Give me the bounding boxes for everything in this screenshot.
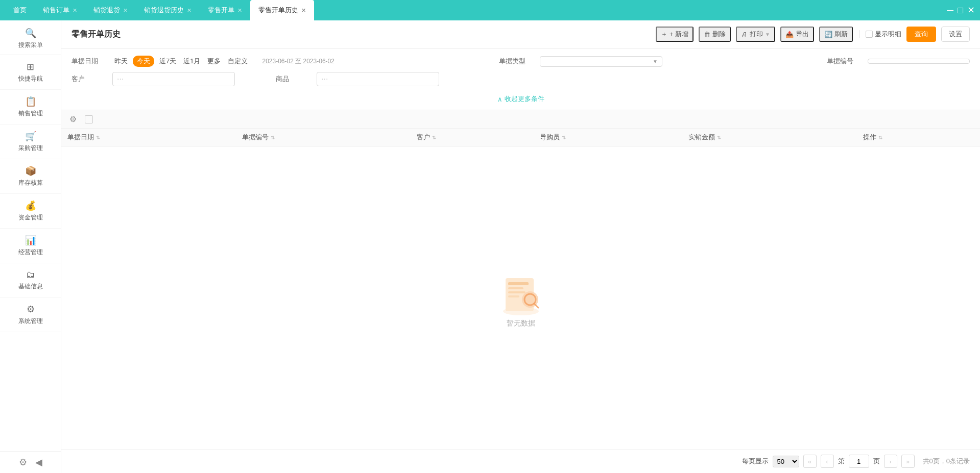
add-button[interactable]: ＋ + 新增 [656,27,694,42]
date-btn-近1月[interactable]: 近1月 [181,56,202,67]
table-head: 单据日期⇅单据编号⇅客户⇅导购员⇅实销金额⇅操作⇅ [61,129,980,146]
settings-icon[interactable]: ⚙ [19,457,27,468]
window-max-icon[interactable]: □ [958,5,963,16]
content-area: 零售开单历史 ＋ + 新增 🗑 删除 🖨 打印 ▼ 📤 导出 [61,20,980,473]
tab-close-sales-return-icon[interactable]: ✕ [123,7,128,14]
tab-close-retail-open-icon[interactable]: ✕ [237,7,242,14]
finance-label: 资金管理 [18,213,43,222]
last-page-button[interactable]: » [901,455,915,468]
page-label: 第 [838,457,845,466]
top-bar: 首页销售订单✕销货退货✕销货退货历史✕零售开单✕零售开单历史✕ ─ □ ✕ [0,0,980,20]
svg-rect-2 [508,282,529,285]
export-button[interactable]: 📤 导出 [780,27,814,42]
bill-no-input[interactable] [868,59,970,64]
sales-mgmt-icon: 📋 [25,96,36,107]
page-header: 零售开单历史 ＋ + 新增 🗑 删除 🖨 打印 ▼ 📤 导出 [61,20,980,48]
col-no[interactable]: 单据编号⇅ [236,129,411,146]
tab-list: 首页销售订单✕销货退货✕销货退货历史✕零售开单✕零售开单历史✕ [5,0,947,20]
sidebar-item-quick-nav[interactable]: ⊞ 快捷导航 [0,55,61,90]
total-info: 共0页，0条记录 [923,457,970,466]
show-detail-toggle[interactable]: 显示明细 [866,30,901,39]
sidebar-item-inventory[interactable]: 📦 库存核算 [0,159,61,194]
sidebar-item-finance[interactable]: 💰 资金管理 [0,194,61,229]
export-icon: 📤 [785,31,794,38]
refresh-button[interactable]: 🔄 刷新 [819,27,853,42]
date-btn-今天[interactable]: 今天 [133,56,154,67]
pagination: 每页显示 50 20 100 « ‹ 第 页 › » 共0页，0条记录 [61,449,980,473]
window-min-icon[interactable]: ─ [947,5,953,16]
col-action[interactable]: 操作⇅ [857,129,980,146]
sort-action-icon: ⇅ [878,135,882,140]
header-actions: ＋ + 新增 🗑 删除 🖨 打印 ▼ 📤 导出 🔄 [656,27,970,42]
sidebar-search-label: 搜索采单 [18,41,43,49]
delete-button[interactable]: 🗑 删除 [699,27,731,42]
bill-type-select[interactable]: ▼ [540,56,662,67]
purchase-mgmt-icon: 🛒 [25,131,36,142]
tab-retail-open[interactable]: 零售开单✕ [200,0,250,20]
tab-sales-return[interactable]: 销货退货✕ [85,0,136,20]
col-amount[interactable]: 实销金额⇅ [682,129,857,146]
inventory-label: 库存核算 [18,179,43,187]
query-button[interactable]: 查询 [906,27,936,42]
collapse-more-btn[interactable]: ∧ 收起更多条件 [71,91,970,105]
table-header-row: 单据日期⇅单据编号⇅客户⇅导购员⇅实销金额⇅操作⇅ [61,129,980,146]
search-icon: 🔍 [25,28,36,39]
date-label: 单据日期 [71,57,102,66]
next-page-button[interactable]: › [884,455,897,468]
empty-illustration [495,268,546,319]
prev-page-button[interactable]: ‹ [821,455,834,468]
date-btn-更多[interactable]: 更多 [205,56,223,67]
print-icon: 🖨 [741,31,748,38]
svg-rect-3 [508,287,523,289]
empty-state: 暂无数据 [61,146,980,449]
sort-amount-icon: ⇅ [717,135,721,140]
sidebar-item-purchase-mgmt[interactable]: 🛒 采购管理 [0,125,61,159]
filter-row-1: 单据日期 昨天今天近7天近1月更多自定义 2023-06-02 至 2023-0… [71,56,970,67]
customer-ellipsis: ··· [117,74,124,84]
svg-rect-5 [508,295,519,297]
date-range: 2023-06-02 至 2023-06-02 [262,57,334,66]
sales-mgmt-label: 销售管理 [18,109,43,118]
date-btn-昨天[interactable]: 昨天 [112,56,130,67]
system-mgmt-icon: ⚙ [27,304,35,315]
page-input[interactable] [849,455,869,468]
tab-home[interactable]: 首页 [5,0,35,20]
filter-row-2: 客户 ··· 商品 ··· [71,72,970,86]
collapse-icon[interactable]: ◀ [35,457,42,468]
quick-nav-icon: ⊞ [27,61,34,72]
setting-button[interactable]: 设置 [941,27,970,42]
tab-close-retail-open-history-icon[interactable]: ✕ [301,7,306,14]
collapse-up-icon: ∧ [497,95,503,103]
tab-sales-order[interactable]: 销售订单✕ [35,0,85,20]
filter-area: 单据日期 昨天今天近7天近1月更多自定义 2023-06-02 至 2023-0… [61,48,980,110]
col-date[interactable]: 单据日期⇅ [61,129,236,146]
per-page-select[interactable]: 50 20 100 [773,456,799,467]
table-settings-icon[interactable]: ⚙ [69,114,77,124]
select-all-checkbox[interactable] [85,115,93,123]
tab-retail-open-history[interactable]: 零售开单历史✕ [250,0,314,20]
date-buttons: 昨天今天近7天近1月更多自定义 [112,56,250,67]
tab-sales-return-history[interactable]: 销货退货历史✕ [136,0,200,20]
sidebar-search[interactable]: 🔍 搜索采单 [0,20,61,55]
sidebar-item-operations[interactable]: 📊 经营管理 [0,229,61,263]
sidebar-item-base-info[interactable]: 🗂 基础信息 [0,263,61,297]
sidebar-item-system-mgmt[interactable]: ⚙ 系统管理 [0,297,61,332]
show-detail-checkbox[interactable] [866,31,873,38]
date-btn-自定义[interactable]: 自定义 [226,56,250,67]
svg-rect-4 [508,291,525,293]
chevron-down-icon: ▼ [653,59,658,64]
col-customer[interactable]: 客户⇅ [411,129,534,146]
print-button[interactable]: 🖨 打印 ▼ [736,27,775,42]
col-guide[interactable]: 导购员⇅ [534,129,682,146]
goods-input[interactable]: ··· [317,72,439,86]
table-area: ⚙ 单据日期⇅单据编号⇅客户⇅导购员⇅实销金额⇅操作⇅ [61,110,980,449]
base-info-icon: 🗂 [26,269,35,280]
sidebar-item-sales-mgmt[interactable]: 📋 销售管理 [0,90,61,125]
tab-close-sales-return-history-icon[interactable]: ✕ [187,7,192,14]
customer-input[interactable]: ··· [112,72,235,86]
tab-close-sales-order-icon[interactable]: ✕ [73,7,77,14]
page-unit: 页 [873,457,880,466]
window-close-icon[interactable]: ✕ [967,5,975,16]
first-page-button[interactable]: « [803,455,817,468]
date-btn-近7天[interactable]: 近7天 [157,56,178,67]
